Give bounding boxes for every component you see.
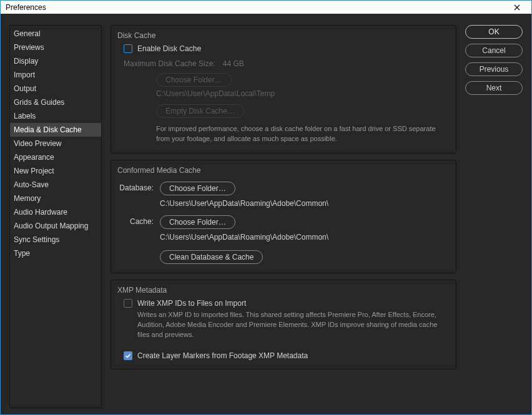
write-xmp-checkbox[interactable] xyxy=(124,299,132,308)
sidebar-item-display[interactable]: Display xyxy=(10,54,101,68)
empty-cache-row: Empty Disk Cache… xyxy=(156,104,448,118)
xmp-metadata-panel: XMP Metadata Write XMP IDs to Files on I… xyxy=(111,280,456,369)
sidebar-item-media-disk-cache[interactable]: Media & Disk Cache xyxy=(10,123,101,137)
ok-button[interactable]: OK xyxy=(465,25,523,39)
conformed-media-cache-panel: Conformed Media Cache Database: Choose F… xyxy=(111,160,456,273)
check-icon xyxy=(125,353,131,359)
cancel-button[interactable]: Cancel xyxy=(465,44,523,57)
empty-disk-cache-button[interactable]: Empty Disk Cache… xyxy=(156,104,244,118)
category-sidebar: GeneralPreviewsDisplayImportOutputGrids … xyxy=(9,25,102,408)
dialog-actions: OK Cancel Previous Next xyxy=(465,25,523,408)
choose-database-folder-button[interactable]: Choose Folder… xyxy=(160,182,235,195)
enable-disk-cache-label: Enable Disk Cache xyxy=(137,44,201,53)
max-cache-size-value: 44 GB xyxy=(223,59,244,68)
main-content: Disk Cache Enable Disk Cache Maximum Dis… xyxy=(111,25,456,408)
close-icon xyxy=(514,4,520,11)
sidebar-item-audio-hardware[interactable]: Audio Hardware xyxy=(10,205,101,219)
preferences-window: Preferences GeneralPreviewsDisplayImport… xyxy=(0,0,532,415)
enable-disk-cache-checkbox[interactable] xyxy=(124,44,132,53)
sidebar-item-previews[interactable]: Previews xyxy=(10,41,101,54)
database-path: C:\Users\User\AppData\Roaming\Adobe\Comm… xyxy=(160,199,448,208)
previous-button[interactable]: Previous xyxy=(465,62,523,76)
max-cache-size-row: Maximum Disk Cache Size: 44 GB xyxy=(124,59,448,68)
sidebar-item-output[interactable]: Output xyxy=(10,82,101,95)
write-xmp-row: Write XMP IDs to Files on Import xyxy=(124,299,448,308)
sidebar-item-grids-guides[interactable]: Grids & Guides xyxy=(10,95,101,109)
sidebar-item-audio-output-mapping[interactable]: Audio Output Mapping xyxy=(10,219,101,233)
sidebar-item-video-preview[interactable]: Video Preview xyxy=(10,137,101,150)
dialog-body: GeneralPreviewsDisplayImportOutputGrids … xyxy=(1,14,531,414)
sidebar-item-sync-settings[interactable]: Sync Settings xyxy=(10,233,101,247)
disk-cache-path: C:\Users\User\AppData\Local\Temp xyxy=(156,89,275,98)
cache-path: C:\Users\User\AppData\Roaming\Adobe\Comm… xyxy=(160,233,448,242)
close-button[interactable] xyxy=(508,1,526,14)
max-cache-size-label: Maximum Disk Cache Size: xyxy=(124,59,215,68)
next-button[interactable]: Next xyxy=(465,81,523,95)
window-title: Preferences xyxy=(6,3,508,12)
sidebar-item-auto-save[interactable]: Auto-Save xyxy=(10,178,101,192)
layer-markers-row: Create Layer Markers from Footage XMP Me… xyxy=(124,351,448,360)
layer-markers-checkbox[interactable] xyxy=(124,351,132,360)
sidebar-item-import[interactable]: Import xyxy=(10,68,101,82)
database-row: Database: Choose Folder… C:\Users\User\A… xyxy=(119,182,448,208)
disk-cache-help-text: For improved performance, choose a disk … xyxy=(156,124,448,144)
sidebar-item-memory[interactable]: Memory xyxy=(10,192,101,205)
sidebar-item-new-project[interactable]: New Project xyxy=(10,164,101,178)
sidebar-item-type[interactable]: Type xyxy=(10,247,101,260)
choose-cache-folder-button[interactable]: Choose Folder… xyxy=(160,215,235,229)
xmp-title: XMP Metadata xyxy=(117,286,447,295)
layer-markers-label: Create Layer Markers from Footage XMP Me… xyxy=(137,351,308,360)
clean-row: Clean Database & Cache xyxy=(119,250,448,264)
enable-disk-cache-row: Enable Disk Cache xyxy=(124,44,448,53)
cache-label: Cache: xyxy=(119,215,154,226)
sidebar-item-labels[interactable]: Labels xyxy=(10,109,101,123)
sidebar-item-appearance[interactable]: Appearance xyxy=(10,150,101,164)
disk-cache-title: Disk Cache xyxy=(117,31,447,40)
write-xmp-label: Write XMP IDs to Files on Import xyxy=(137,299,246,308)
disk-cache-folder-row: Choose Folder… xyxy=(156,73,448,87)
sidebar-item-general[interactable]: General xyxy=(10,27,101,41)
cache-row: Cache: Choose Folder… C:\Users\User\AppD… xyxy=(119,215,448,242)
write-xmp-help-text: Writes an XMP ID to imported files. This… xyxy=(137,310,448,340)
disk-cache-path-row: C:\Users\User\AppData\Local\Temp xyxy=(156,89,448,98)
database-label: Database: xyxy=(119,182,154,192)
titlebar: Preferences xyxy=(1,1,531,14)
choose-disk-cache-folder-button[interactable]: Choose Folder… xyxy=(156,73,232,87)
write-xmp-help-row: Writes an XMP ID to imported files. This… xyxy=(137,310,448,340)
disk-cache-help-row: For improved performance, choose a disk … xyxy=(156,124,448,144)
conformed-title: Conformed Media Cache xyxy=(117,166,447,175)
disk-cache-panel: Disk Cache Enable Disk Cache Maximum Dis… xyxy=(111,25,456,154)
clean-database-cache-button[interactable]: Clean Database & Cache xyxy=(160,250,263,264)
